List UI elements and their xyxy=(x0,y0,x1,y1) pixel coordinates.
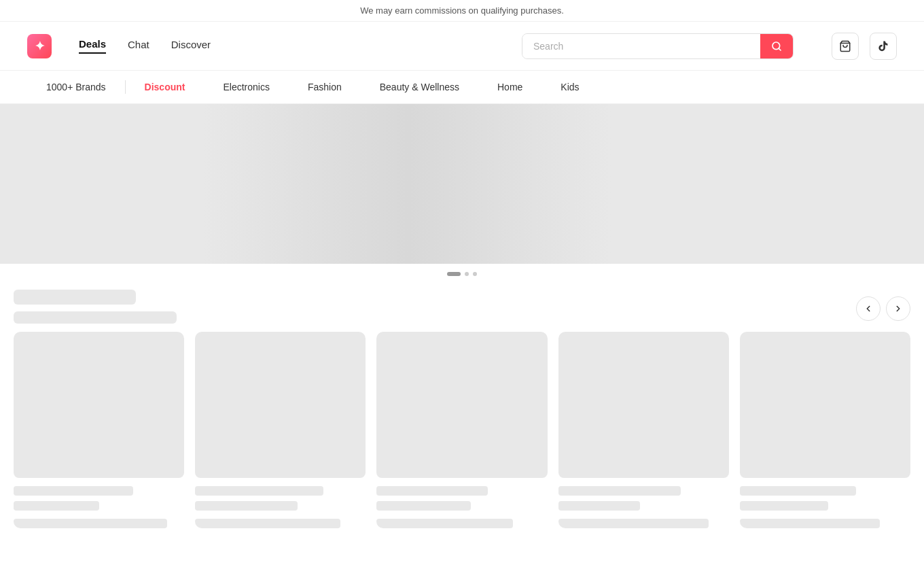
product-line-2 xyxy=(14,501,99,511)
chevron-right-icon xyxy=(893,304,903,313)
category-item-discount[interactable]: Discount xyxy=(126,71,205,103)
nav-item-discover[interactable]: Discover xyxy=(171,39,211,53)
carousel-dot-3[interactable] xyxy=(473,272,477,276)
product-line-3 xyxy=(14,519,167,528)
tiktok-button[interactable] xyxy=(870,33,897,60)
product-image-skeleton xyxy=(558,332,729,478)
category-item-electronics[interactable]: Electronics xyxy=(204,71,288,103)
carousel-dot-2[interactable] xyxy=(465,272,469,276)
cart-icon xyxy=(839,40,851,52)
category-item-beauty[interactable]: Beauty & Wellness xyxy=(361,71,478,103)
product-card[interactable] xyxy=(376,332,547,528)
product-line-1 xyxy=(558,486,681,496)
product-card[interactable] xyxy=(14,332,184,528)
product-line-3 xyxy=(195,519,340,528)
category-nav: 1000+ Brands Discount Electronics Fashio… xyxy=(0,71,924,104)
nav-item-deals[interactable]: Deals xyxy=(79,38,106,54)
product-line-1 xyxy=(740,486,856,496)
logo-icon: ✦ xyxy=(27,34,52,58)
nav-item-chat[interactable]: Chat xyxy=(128,39,149,53)
product-line-2 xyxy=(195,501,298,511)
hero-banner xyxy=(0,104,924,264)
nav-arrows xyxy=(856,296,910,321)
header-icons xyxy=(832,33,897,60)
announcement-bar: We may earn commissions on qualifying pu… xyxy=(0,0,924,22)
category-item-home[interactable]: Home xyxy=(478,71,541,103)
products-grid-wrapper xyxy=(14,332,910,542)
section-header xyxy=(14,284,910,332)
search-input[interactable] xyxy=(522,34,760,58)
carousel-dots xyxy=(0,264,924,284)
product-line-2 xyxy=(740,501,829,511)
svg-line-1 xyxy=(779,48,781,50)
category-item-kids[interactable]: Kids xyxy=(541,71,598,103)
product-card[interactable] xyxy=(740,332,910,528)
product-image-skeleton xyxy=(14,332,184,478)
header: ✦ Deals Chat Discover xyxy=(0,22,924,71)
products-grid xyxy=(14,332,910,542)
products-section xyxy=(0,284,924,542)
product-card[interactable] xyxy=(195,332,366,528)
announcement-text: We may earn commissions on qualifying pu… xyxy=(360,5,564,16)
chevron-left-icon xyxy=(864,304,873,313)
product-line-2 xyxy=(376,501,470,511)
product-line-1 xyxy=(14,486,133,496)
search-icon xyxy=(771,41,782,52)
cart-button[interactable] xyxy=(832,33,859,60)
product-line-3 xyxy=(740,519,880,528)
search-container xyxy=(522,33,794,59)
main-nav: Deals Chat Discover xyxy=(79,38,211,54)
search-input-wrapper xyxy=(522,33,794,59)
section-title-skeleton xyxy=(14,290,136,305)
category-item-brands[interactable]: 1000+ Brands xyxy=(27,71,125,103)
product-line-1 xyxy=(195,486,323,496)
carousel-dot-1[interactable] xyxy=(447,272,461,276)
product-card[interactable] xyxy=(558,332,729,528)
product-image-skeleton xyxy=(740,332,910,478)
product-image-skeleton xyxy=(376,332,547,478)
product-image-skeleton xyxy=(195,332,366,478)
product-line-3 xyxy=(376,519,513,528)
prev-arrow[interactable] xyxy=(856,296,881,321)
category-item-fashion[interactable]: Fashion xyxy=(289,71,361,103)
product-line-1 xyxy=(376,486,487,496)
section-subtitle-skeleton xyxy=(14,311,177,324)
tiktok-icon xyxy=(877,40,889,52)
logo[interactable]: ✦ xyxy=(27,34,52,58)
product-line-3 xyxy=(558,519,709,528)
product-line-2 xyxy=(558,501,641,511)
next-arrow[interactable] xyxy=(886,296,910,321)
search-button[interactable] xyxy=(760,34,793,58)
